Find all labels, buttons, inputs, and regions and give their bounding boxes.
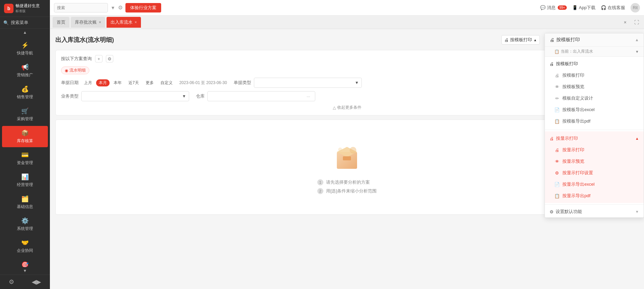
empty-hints: 1 请先选择要分析的方案 2 用[选]条件来缩小分析范围 [317, 179, 377, 194]
app-logo-icon: b [4, 4, 13, 13]
display-print-section-header[interactable]: 🖨 按显示打印 ▲ [545, 133, 644, 144]
tab-batch-account[interactable]: 库存批次账 × [71, 17, 105, 28]
date-tab-this-month[interactable]: 本月 [96, 79, 110, 86]
filter-settings-button[interactable]: ⚙ [106, 55, 113, 62]
filter-biz-select[interactable]: ▼ [81, 91, 189, 101]
template-print-action[interactable]: 🖨 按模板打印 [545, 70, 644, 81]
topbar-left: ▼ ⚙ 体验行业方案 [54, 3, 537, 12]
display-preview-icon: 👁 [554, 159, 560, 164]
sidebar-item-system[interactable]: ⚙️ 系统管理 [2, 214, 48, 235]
printer-icon: 🖨 [504, 37, 509, 43]
headset-icon: 🎧 [601, 5, 606, 10]
sidebar-item-basic[interactable]: 🗂️ 基础信息 [2, 192, 48, 213]
dropdown-current-label: 📋 当前：出入库流水 ▼ [545, 47, 644, 57]
svg-rect-2 [343, 156, 351, 160]
app-brand-text: 畅捷通好生意 标准版 [16, 3, 40, 13]
collapse-sidebar-icon[interactable]: ◀▶ [32, 278, 41, 286]
sidebar-item-purchase[interactable]: 🛒 采购管理 [2, 104, 48, 125]
settings-bottom-icon[interactable]: ⚙ [9, 278, 14, 286]
app-download-button[interactable]: 📱 App下载 [572, 5, 595, 11]
set-default-function-button[interactable]: ⚙ 设置默认功能 ▼ [545, 206, 644, 217]
sidebar-item-inventory[interactable]: 📦 库存核算 [2, 126, 48, 147]
date-tab-this-year[interactable]: 本年 [111, 79, 124, 86]
dropdown-panel-header: 🖨 按模板打印 ▲ [545, 33, 644, 47]
current-chevron: ▼ [635, 50, 639, 54]
basic-icon: 🗂️ [21, 195, 29, 203]
filter-type-select[interactable]: ▼ [254, 78, 362, 88]
tab-flow[interactable]: 出入库流水 × [107, 17, 141, 28]
online-service-button[interactable]: 🎧 在线客服 [601, 5, 625, 11]
sidebar-item-finance[interactable]: 💳 资金管理 [2, 148, 48, 169]
filter-header-label: 按以下方案查询 [61, 56, 92, 62]
template-preview-action[interactable]: 👁 按模板预览 [545, 81, 644, 93]
topbar: ▼ ⚙ 体验行业方案 💬 消息 99+ 📱 App下载 🎧 在线客服 Rit [50, 0, 644, 16]
display-section-icon: 🖨 [550, 136, 554, 141]
tab-restore-button[interactable]: ⛶ [632, 18, 641, 27]
filter-add-button[interactable]: + [95, 55, 103, 62]
display-print-action[interactable]: 🖨 按显示打印 [545, 144, 644, 156]
guide-icon: 🎯 [21, 261, 29, 267]
sales-icon: 💰 [21, 85, 29, 93]
tabs-right-controls: × ⛶ [620, 18, 641, 27]
filter-tag-item[interactable]: ◉ 流水明细 [61, 67, 89, 74]
empty-state-illustration [330, 140, 364, 174]
sidebar-item-cooperation[interactable]: 🤝 企业协同 [2, 236, 48, 257]
sidebar-item-guide[interactable]: 🎯 新手引导 [2, 258, 48, 267]
display-export-pdf-action[interactable]: 📋 按显示导出pdf [545, 190, 644, 202]
type-select-chevron: ▼ [355, 80, 359, 85]
display-preview-action[interactable]: 👁 按显示预览 [545, 156, 644, 167]
user-avatar-button[interactable]: Rit [631, 3, 640, 12]
sidebar-item-marketing[interactable]: 📢 营销推广 [2, 60, 48, 81]
template-custom-action[interactable]: ✏ 模板自定义设计 [545, 93, 644, 104]
display-print-section: 🖨 按显示打印 ▲ 🖨 按显示打印 👁 按显示预览 ⚙ 按显示打印设置 📄 按显… [545, 131, 644, 203]
template-export-excel-action[interactable]: 📄 按模板导出excel [545, 104, 644, 115]
sidebar-search-area[interactable]: 🔍 搜索菜单 [0, 17, 50, 29]
template-export-pdf-action[interactable]: 📋 按模板导出pdf [545, 115, 644, 127]
filter-warehouse-select[interactable]: ··· [207, 91, 315, 101]
purchase-icon: 🛒 [21, 107, 29, 115]
topbar-dropdown-icon[interactable]: ▼ [111, 5, 115, 10]
search-icon: 🔍 [3, 20, 9, 25]
sidebar-item-quick-nav[interactable]: ⚡ 快捷导航 [2, 38, 48, 59]
industry-solution-button[interactable]: 体验行业方案 [125, 3, 161, 12]
print-template-button[interactable]: 🖨 按模板打印 ▲ [501, 35, 540, 45]
sidebar-item-operation[interactable]: 📊 经营管理 [2, 170, 48, 191]
display-export-excel-action[interactable]: 📄 按显示导出excel [545, 179, 644, 190]
warehouse-more-icon[interactable]: ··· [304, 94, 312, 99]
tab-batch-close-icon[interactable]: × [99, 20, 101, 25]
tab-close-all-button[interactable]: × [620, 18, 630, 27]
footer-chevron: ▼ [635, 210, 639, 214]
tab-home[interactable]: 首页 [53, 17, 69, 28]
operation-icon: 📊 [21, 173, 29, 181]
dropdown-chevron-up-icon[interactable]: ▲ [635, 37, 639, 42]
topbar-gear-icon[interactable]: ⚙ [118, 4, 123, 11]
message-button[interactable]: 💬 消息 99+ [540, 5, 567, 11]
filter-tag-icon: ◉ [65, 68, 68, 73]
template-print-section-header[interactable]: 🖨 按模板打印 [545, 58, 644, 70]
empty-hint-1: 1 请先选择要分析的方案 [317, 179, 370, 185]
sidebar-search-button[interactable]: 🔍 搜索菜单 [3, 20, 47, 26]
message-icon: 💬 [540, 5, 546, 10]
inventory-icon: 📦 [21, 129, 29, 137]
date-tab-more[interactable]: 更多 [143, 79, 156, 86]
scroll-down-arrow[interactable]: ▼ [0, 267, 50, 274]
svg-point-4 [338, 148, 342, 152]
page-title: 出入库流水(流水明细) [55, 36, 114, 44]
sidebar-nav: ⚡ 快捷导航 📢 营销推广 💰 销售管理 🛒 采购管理 📦 库存核算 💳 资金管… [0, 36, 50, 267]
tabs-bar: 首页 库存批次账 × 出入库流水 × × ⛶ [50, 16, 644, 29]
sidebar-item-sales[interactable]: 💰 销售管理 [2, 82, 48, 103]
svg-point-3 [350, 147, 356, 154]
date-range-display: 2023-06-01 至 2023-06-30 [179, 80, 227, 86]
tab-flow-close-icon[interactable]: × [135, 20, 137, 25]
date-tab-custom[interactable]: 自定义 [158, 79, 175, 86]
filter-type-item: 单据类型 ▼ [234, 78, 362, 88]
scroll-up-arrow[interactable]: ▲ [0, 29, 50, 36]
filter-date-item: 单据日期 上月 本月 本年 近7天 更多 自定义 2023-06-01 至 20… [61, 79, 227, 86]
biz-select-chevron: ▼ [182, 94, 186, 99]
date-tab-7days[interactable]: 近7天 [126, 79, 142, 86]
print-dropdown-panel: 🖨 按模板打印 ▲ 📋 当前：出入库流水 ▼ 🖨 按模板打印 🖨 按模板打印 👁… [545, 33, 644, 218]
display-print-settings-action[interactable]: ⚙ 按显示打印设置 [545, 167, 644, 179]
topbar-search-input[interactable] [54, 3, 108, 12]
date-tabs: 上月 本月 本年 近7天 更多 自定义 [81, 79, 175, 86]
date-tab-last-month[interactable]: 上月 [81, 79, 95, 86]
